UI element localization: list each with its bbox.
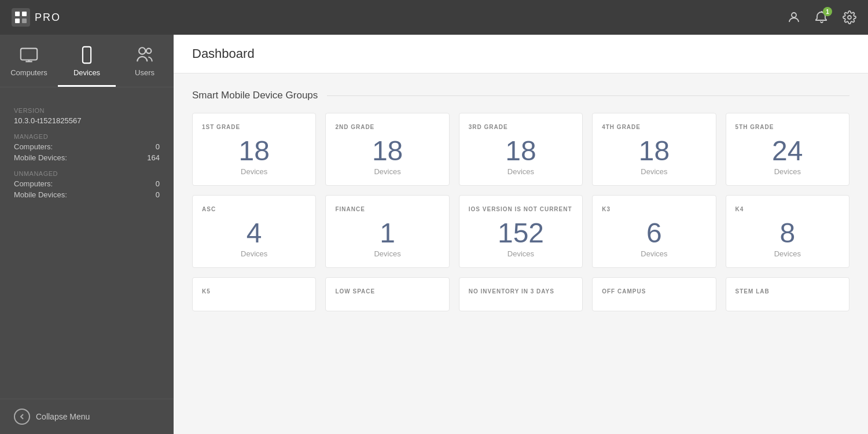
card-label: 3RD GRADE — [469, 124, 573, 130]
card-unit: Devices — [335, 249, 439, 258]
notifications-button[interactable]: 1 — [815, 10, 829, 24]
sidebar-info: VERSION 10.3.0-t1521825567 MANAGED Compu… — [0, 87, 174, 213]
jamf-icon — [12, 8, 30, 27]
card-low-space[interactable]: LOW SPACE — [325, 277, 449, 311]
card-unit: Devices — [735, 167, 840, 176]
sidebar-users-label: Users — [135, 68, 155, 77]
unmanaged-mobile-row: Mobile Devices: 0 — [14, 190, 160, 199]
managed-mobile-row: Mobile Devices: 164 — [14, 153, 160, 162]
page-title: Dashboard — [192, 46, 849, 61]
svg-point-6 — [848, 16, 851, 19]
svg-point-11 — [146, 49, 152, 54]
svg-point-5 — [792, 13, 796, 17]
content-body: Smart Mobile Device Groups 1ST GRADE 18 … — [174, 73, 868, 337]
card-unit: Devices — [602, 167, 706, 176]
card-k5[interactable]: K5 — [192, 277, 316, 311]
notification-badge: 1 — [823, 7, 832, 16]
card-label: 1ST GRADE — [202, 124, 306, 130]
card-unit: Devices — [735, 249, 840, 258]
card-count: 18 — [602, 137, 706, 165]
sidebar-nav: Computers Devices Users — [0, 35, 174, 87]
card-finance[interactable]: FINANCE 1 Devices — [325, 195, 449, 268]
card-label: K4 — [735, 206, 840, 212]
sidebar-item-computers[interactable]: Computers — [0, 35, 58, 87]
logo: PRO — [12, 8, 61, 27]
cards-row-1: 1ST GRADE 18 Devices 2ND GRADE 18 Device… — [192, 113, 849, 186]
card-unit: Devices — [602, 249, 706, 258]
card-1st-grade[interactable]: 1ST GRADE 18 Devices — [192, 113, 316, 186]
card-asc[interactable]: ASC 4 Devices — [192, 195, 316, 268]
managed-mobile-label: Mobile Devices: — [14, 153, 147, 162]
card-unit: Devices — [202, 167, 306, 176]
unmanaged-computers-row: Computers: 0 — [14, 179, 160, 188]
managed-computers-label: Computers: — [14, 142, 156, 151]
card-k4[interactable]: K4 8 Devices — [726, 195, 849, 268]
card-2nd-grade[interactable]: 2ND GRADE 18 Devices — [325, 113, 449, 186]
content-header: Dashboard — [174, 35, 868, 73]
card-unit: Devices — [335, 167, 439, 176]
sidebar-item-devices[interactable]: Devices — [58, 35, 116, 87]
sidebar-item-users[interactable]: Users — [116, 35, 174, 87]
card-count: 24 — [735, 137, 840, 165]
section-title: Smart Mobile Device Groups — [192, 90, 849, 101]
managed-computers-row: Computers: 0 — [14, 142, 160, 151]
card-label: OFF CAMPUS — [602, 288, 706, 295]
sidebar-devices-label: Devices — [73, 68, 100, 77]
managed-mobile-value: 164 — [147, 153, 160, 162]
svg-rect-8 — [83, 47, 91, 63]
sidebar-footer: Collapse Menu — [0, 399, 174, 434]
card-k3[interactable]: K3 6 Devices — [592, 195, 716, 268]
card-count: 1 — [335, 219, 439, 247]
card-unit: Devices — [469, 249, 573, 258]
card-ios-version[interactable]: IOS VERSION IS NOT CURRENT 152 Devices — [459, 195, 583, 268]
card-label: FINANCE — [335, 206, 439, 212]
user-profile-button[interactable] — [787, 10, 801, 24]
card-count: 4 — [202, 219, 306, 247]
svg-rect-1 — [15, 12, 20, 16]
card-label: 2ND GRADE — [335, 124, 439, 130]
collapse-menu-button[interactable]: Collapse Menu — [14, 409, 160, 425]
unmanaged-computers-value: 0 — [156, 179, 160, 188]
top-bar-actions: 1 — [787, 10, 856, 24]
unmanaged-computers-label: Computers: — [14, 179, 156, 188]
unmanaged-label: UNMANAGED — [14, 170, 160, 177]
unmanaged-mobile-label: Mobile Devices: — [14, 190, 156, 199]
card-count: 8 — [735, 219, 840, 247]
svg-rect-0 — [12, 8, 30, 27]
card-count: 18 — [469, 137, 573, 165]
collapse-menu-label: Collapse Menu — [36, 412, 90, 421]
card-label: K3 — [602, 206, 706, 212]
card-off-campus[interactable]: OFF CAMPUS — [592, 277, 716, 311]
card-label: NO INVENTORY IN 3 DAYS — [469, 288, 573, 295]
card-label: LOW SPACE — [335, 288, 439, 295]
cards-row-3: K5 LOW SPACE NO INVENTORY IN 3 DAYS OFF … — [192, 277, 849, 311]
settings-button[interactable] — [843, 10, 856, 24]
card-label: IOS VERSION IS NOT CURRENT — [469, 206, 573, 212]
svg-rect-4 — [22, 19, 27, 23]
card-5th-grade[interactable]: 5TH GRADE 24 Devices — [726, 113, 849, 186]
card-4th-grade[interactable]: 4TH GRADE 18 Devices — [592, 113, 716, 186]
card-unit: Devices — [469, 167, 573, 176]
card-3rd-grade[interactable]: 3RD GRADE 18 Devices — [459, 113, 583, 186]
svg-rect-7 — [21, 49, 37, 60]
card-label: 4TH GRADE — [602, 124, 706, 130]
card-count: 18 — [202, 137, 306, 165]
card-no-inventory[interactable]: NO INVENTORY IN 3 DAYS — [459, 277, 583, 311]
card-label: STEM LAB — [735, 288, 840, 295]
card-count: 6 — [602, 219, 706, 247]
card-label: ASC — [202, 206, 306, 212]
card-unit: Devices — [202, 249, 306, 258]
sidebar: Computers Devices Users VERSION 10.3.0-t… — [0, 35, 174, 434]
card-stem-lab[interactable]: STEM LAB — [726, 277, 849, 311]
content: Dashboard Smart Mobile Device Groups 1ST… — [174, 35, 868, 434]
managed-label: MANAGED — [14, 133, 160, 140]
svg-rect-2 — [22, 12, 27, 16]
svg-point-10 — [139, 47, 145, 54]
version-value: 10.3.0-t1521825567 — [14, 116, 160, 125]
unmanaged-mobile-value: 0 — [156, 190, 160, 199]
card-count: 152 — [469, 219, 573, 247]
main-layout: Computers Devices Users VERSION 10.3.0-t… — [0, 35, 868, 434]
card-label: 5TH GRADE — [735, 124, 840, 130]
logo-text: PRO — [35, 12, 61, 24]
card-label: K5 — [202, 288, 306, 295]
